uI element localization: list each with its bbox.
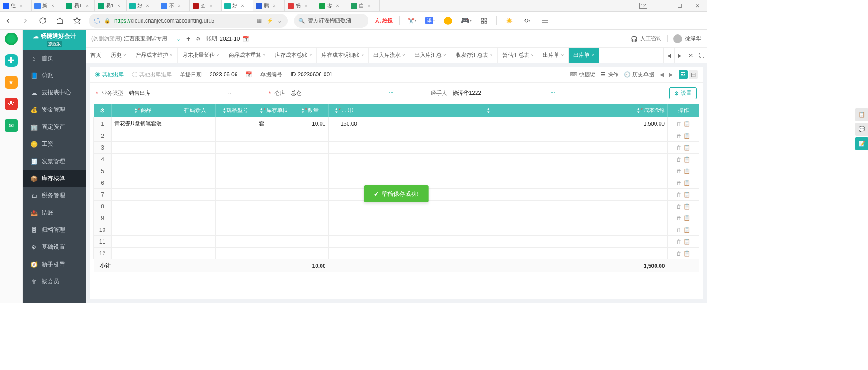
copy-icon[interactable]: 📋 bbox=[684, 215, 690, 221]
cell-unit[interactable] bbox=[256, 177, 292, 189]
delete-icon[interactable]: 🗑 bbox=[676, 145, 682, 151]
date-value[interactable]: 2023-06-06 bbox=[210, 71, 237, 78]
cell-product[interactable] bbox=[112, 212, 175, 224]
bolt-icon[interactable]: ⚡ bbox=[266, 18, 273, 24]
browser-tab[interactable]: 客× bbox=[316, 0, 348, 11]
translate-icon[interactable]: 译▾ bbox=[424, 15, 436, 27]
view-list[interactable]: ☲ bbox=[679, 70, 688, 79]
tab-fullscreen[interactable]: ⛶ bbox=[696, 48, 707, 63]
view-card[interactable]: ▤ bbox=[689, 70, 698, 79]
cell-barcode[interactable] bbox=[175, 154, 216, 165]
history-button[interactable]: 🕘历史单据 bbox=[624, 71, 654, 79]
cell-unit[interactable] bbox=[256, 224, 292, 236]
col-spec[interactable]: ▴▾规格型号 bbox=[216, 104, 256, 117]
cell-price[interactable]: 150.00 bbox=[329, 117, 360, 130]
cell-blank[interactable] bbox=[360, 212, 618, 224]
os-icon-browser[interactable] bbox=[5, 33, 18, 45]
sidebar-item-fund[interactable]: 💰资金管理 bbox=[23, 101, 86, 118]
support-link[interactable]: 人工咨询 bbox=[640, 35, 662, 42]
nav-reload[interactable] bbox=[37, 15, 48, 26]
shortcut-button[interactable]: ⌨快捷键 bbox=[570, 71, 595, 79]
browser-tab[interactable]: 易1× bbox=[95, 0, 127, 11]
cell-barcode[interactable] bbox=[175, 117, 216, 130]
cell-barcode[interactable] bbox=[175, 142, 216, 154]
col-barcode[interactable]: 扫码录入 bbox=[175, 104, 216, 117]
cell-barcode[interactable] bbox=[175, 130, 216, 142]
close-icon[interactable]: × bbox=[51, 3, 54, 9]
cell-qty[interactable] bbox=[292, 142, 329, 154]
delete-icon[interactable]: 🗑 bbox=[676, 192, 682, 198]
sidebar-item-close-book[interactable]: 📤结账 bbox=[23, 204, 86, 221]
cell-spec[interactable] bbox=[216, 201, 256, 212]
cell-unit[interactable] bbox=[256, 212, 292, 224]
cell-unit[interactable] bbox=[256, 236, 292, 248]
inner-tab[interactable]: 产品成本维护× bbox=[131, 48, 178, 63]
inner-tab[interactable]: 库存成本总账× bbox=[270, 48, 317, 63]
cell-spec[interactable] bbox=[216, 130, 256, 142]
browser-tab[interactable]: 好× bbox=[127, 0, 158, 11]
col-cost[interactable]: ▴▾*成本金额 bbox=[618, 104, 668, 117]
gear-icon[interactable]: ⚙ bbox=[196, 36, 201, 42]
biztype-field[interactable]: *业务类型 销售出库⌄ bbox=[96, 89, 235, 98]
nav-favorite[interactable] bbox=[71, 15, 82, 26]
cell-cost[interactable] bbox=[618, 189, 668, 201]
cell-qty[interactable]: 10.00 bbox=[292, 117, 329, 130]
inner-tab[interactable]: 首页 bbox=[86, 48, 106, 63]
org-selector[interactable]: (勿删勿禁用) 江西服宝测试专用 ⌄ bbox=[91, 35, 181, 42]
table-row[interactable]: 10 🗑📋 bbox=[94, 224, 699, 236]
browser-tab[interactable]: 自× bbox=[348, 0, 380, 11]
prev-doc[interactable]: ◀ bbox=[660, 71, 664, 78]
cell-barcode[interactable] bbox=[175, 224, 216, 236]
table-row[interactable]: 1 青花瓷U盘钢笔套装 套 10.00 150.00 1,500.00 🗑📋 bbox=[94, 117, 699, 130]
close-icon[interactable]: × bbox=[170, 53, 173, 58]
copy-icon[interactable]: 📋 bbox=[684, 227, 690, 233]
chevron-down-icon[interactable]: ⌄ bbox=[278, 18, 282, 24]
sidebar-item-member[interactable]: ♛畅会员 bbox=[23, 273, 86, 290]
cell-product[interactable] bbox=[112, 142, 175, 154]
cell-cost[interactable] bbox=[618, 248, 668, 259]
col-gear[interactable]: ⚙ bbox=[94, 104, 112, 117]
close-icon[interactable]: × bbox=[19, 3, 23, 9]
delete-icon[interactable]: 🗑 bbox=[676, 250, 682, 257]
calendar-badge[interactable]: 12 bbox=[634, 0, 652, 12]
cell-unit[interactable]: 套 bbox=[256, 117, 292, 130]
cell-product[interactable] bbox=[112, 189, 175, 201]
cell-price[interactable] bbox=[329, 212, 360, 224]
close-icon[interactable]: × bbox=[368, 3, 371, 9]
cell-qty[interactable] bbox=[292, 224, 329, 236]
calendar-icon[interactable]: 📅 bbox=[245, 71, 252, 78]
close-icon[interactable]: × bbox=[217, 53, 219, 58]
cell-price[interactable] bbox=[329, 142, 360, 154]
cell-product[interactable] bbox=[112, 130, 175, 142]
cell-cost[interactable] bbox=[618, 212, 668, 224]
cell-cost[interactable] bbox=[618, 201, 668, 212]
close-icon[interactable]: × bbox=[490, 53, 493, 58]
os-icon-mail[interactable]: ✉ bbox=[5, 119, 18, 132]
cell-price[interactable] bbox=[329, 224, 360, 236]
handler-field[interactable]: 经手人 徐泽华1222⋯ bbox=[431, 89, 558, 98]
cell-barcode[interactable] bbox=[175, 212, 216, 224]
cell-cost[interactable] bbox=[618, 142, 668, 154]
delete-icon[interactable]: 🗑 bbox=[676, 133, 682, 139]
cell-unit[interactable] bbox=[256, 154, 292, 165]
nav-home[interactable] bbox=[54, 15, 65, 26]
close-icon[interactable]: × bbox=[402, 53, 405, 58]
cell-spec[interactable] bbox=[216, 236, 256, 248]
sidebar-item-guide[interactable]: 🧭新手引导 bbox=[23, 256, 86, 273]
cell-price[interactable] bbox=[329, 177, 360, 189]
close-icon[interactable]: × bbox=[309, 53, 312, 58]
sidebar-item-settings[interactable]: ⚙基础设置 bbox=[23, 239, 86, 256]
cell-cost[interactable] bbox=[618, 130, 668, 142]
close-icon[interactable]: × bbox=[123, 53, 126, 58]
copy-icon[interactable]: 📋 bbox=[684, 168, 690, 174]
close-icon[interactable]: × bbox=[178, 3, 181, 9]
inner-tab[interactable]: 历史× bbox=[106, 48, 131, 63]
close-icon[interactable]: × bbox=[304, 3, 307, 9]
cell-barcode[interactable] bbox=[175, 177, 216, 189]
sidebar-item-ledger[interactable]: 📘总账 bbox=[23, 67, 86, 84]
cell-qty[interactable] bbox=[292, 212, 329, 224]
cell-blank[interactable] bbox=[360, 142, 618, 154]
os-icon-plus[interactable]: ✚ bbox=[5, 54, 18, 67]
table-row[interactable]: 4 🗑📋 bbox=[94, 154, 699, 165]
cell-unit[interactable] bbox=[256, 130, 292, 142]
